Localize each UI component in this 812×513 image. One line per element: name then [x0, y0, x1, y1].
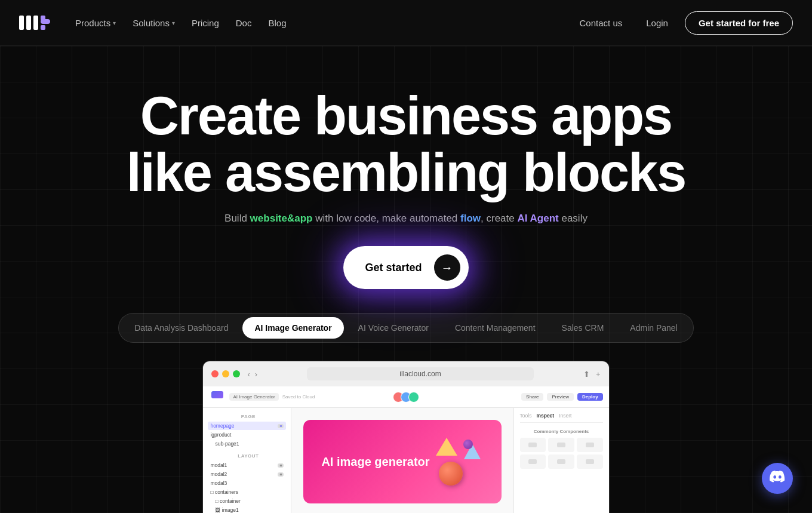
browser-actions: ⬆ +: [583, 370, 601, 379]
sidebar-page-sub1[interactable]: sub-page1: [208, 440, 286, 448]
svg-rect-2: [33, 16, 38, 30]
sidebar-layout-modal2[interactable]: modal2 ≡: [208, 470, 286, 478]
right-tab-insert[interactable]: Insert: [559, 413, 571, 419]
nav-left: Products ▾ Solutions ▾ Pricing Doc Blog: [19, 14, 293, 32]
app-name-pill: AI Image Generator: [229, 393, 278, 401]
sidebar-component-container[interactable]: □ container: [208, 497, 286, 505]
saved-status: Saved to Cloud: [282, 394, 315, 400]
component-box-3: [577, 438, 603, 452]
right-tab-inspect[interactable]: Inspect: [536, 413, 554, 419]
layout-section-label: LAYOUT: [208, 453, 286, 459]
right-panel-tabs: Tools Inspect Insert: [520, 413, 603, 423]
nav-item-blog[interactable]: Blog: [262, 14, 292, 32]
badge-homepage: ≡: [278, 424, 284, 428]
component-box-5: [548, 454, 574, 469]
tab-sales-crm[interactable]: Sales CRM: [550, 317, 616, 339]
sidebar-component-image[interactable]: 🖼 image1: [208, 506, 286, 513]
hero-subtitle: Build website&app with low code, make au…: [224, 213, 588, 225]
forward-icon: ›: [255, 370, 257, 379]
logo[interactable]: [19, 14, 50, 31]
contact-button[interactable]: Contact us: [573, 14, 630, 32]
app-top-bar: AI Image Generator Saved to Cloud Share: [203, 386, 608, 408]
svg-rect-5: [41, 25, 45, 30]
app-top-bar-center: [393, 392, 419, 403]
sidebar-layout-containers[interactable]: □ containers: [208, 488, 286, 496]
avatar-group: [393, 392, 419, 403]
app-right-panel: Tools Inspect Insert Commonly Components: [513, 408, 609, 513]
tab-content-management[interactable]: Content Management: [443, 317, 548, 339]
discord-fab-button[interactable]: [762, 463, 793, 494]
share-button-small[interactable]: Share: [521, 393, 543, 401]
arrow-icon: →: [434, 254, 460, 281]
hero-title: Create business apps like assembling blo…: [127, 88, 685, 201]
app-top-bar-left: AI Image Generator Saved to Cloud: [209, 390, 393, 404]
share-icon: ⬆: [583, 370, 590, 379]
browser-dots: [211, 370, 240, 377]
nav-item-doc[interactable]: Doc: [230, 14, 258, 32]
toolbar-icons: [393, 392, 419, 403]
hero-section: Create business apps like assembling blo…: [0, 46, 812, 513]
browser-url-bar: illacloud.com: [307, 367, 534, 380]
app-body: PAGE homepage ≡ igproduct sub-page1 LAYO…: [203, 408, 608, 513]
sidebar-layout-modal3[interactable]: modal3: [208, 479, 286, 487]
component-box-2: [548, 438, 574, 452]
highlight-ai-agent: AI Agent: [517, 213, 558, 224]
banner-text: AI image generator: [321, 455, 429, 469]
component-box-1: [520, 438, 546, 452]
login-button[interactable]: Login: [639, 14, 675, 32]
dot-minimize: [222, 370, 229, 377]
pyramid-shape: [436, 438, 457, 456]
badge-modal1: ≡: [278, 463, 284, 468]
svg-rect-0: [19, 16, 24, 30]
nav-item-pricing[interactable]: Pricing: [186, 14, 225, 32]
get-started-nav-button[interactable]: Get started for free: [685, 11, 793, 35]
page-section-label: PAGE: [208, 414, 286, 419]
banner-3d-decoration: [430, 435, 484, 489]
get-started-hero-button[interactable]: Get started →: [343, 246, 468, 289]
chevron-down-icon: ▾: [113, 20, 116, 26]
nav-item-products[interactable]: Products ▾: [69, 14, 122, 32]
chevron-down-icon: ▾: [172, 20, 175, 26]
dot-close: [211, 370, 219, 377]
tab-ai-voice-generator[interactable]: AI Voice Generator: [346, 317, 441, 339]
plus-icon: +: [596, 370, 601, 379]
tabs-bar: Data Analysis Dashboard AI Image Generat…: [118, 313, 693, 343]
browser-nav-buttons: ‹ ›: [247, 370, 257, 379]
app-sidebar: PAGE homepage ≡ igproduct sub-page1 LAYO…: [203, 408, 291, 513]
tabs-section: Data Analysis Dashboard AI Image Generat…: [118, 313, 693, 343]
sphere-shape: [439, 462, 463, 486]
highlight-website-app: website&app: [250, 213, 313, 224]
tab-data-analysis[interactable]: Data Analysis Dashboard: [122, 317, 240, 339]
nav-item-solutions[interactable]: Solutions ▾: [127, 14, 181, 32]
app-top-bar-right: Share Preview Deploy: [419, 393, 603, 401]
tab-admin-panel[interactable]: Admin Panel: [618, 317, 689, 339]
right-panel-section-label: Commonly Components: [520, 429, 603, 434]
highlight-flow: flow: [460, 213, 481, 224]
tab-ai-image-generator[interactable]: AI Image Generator: [242, 317, 343, 339]
component-box-6: [577, 454, 603, 469]
browser-bar: ‹ › illacloud.com ⬆ +: [203, 361, 608, 386]
sidebar-page-igproduct[interactable]: igproduct: [208, 431, 286, 439]
deploy-button-small[interactable]: Deploy: [577, 393, 603, 401]
app-logo-box: [211, 391, 223, 398]
discord-icon: [770, 471, 785, 486]
sidebar-layout-modal1[interactable]: modal1 ≡: [208, 461, 286, 469]
app-screenshot-frame: ‹ › illacloud.com ⬆ + AI Image Generator: [202, 361, 609, 513]
app-banner: AI image generator: [303, 420, 501, 503]
svg-rect-4: [41, 16, 45, 20]
component-box-4: [520, 454, 546, 469]
preview-button-small[interactable]: Preview: [547, 393, 573, 401]
nav-right: Contact us Login Get started for free: [573, 11, 793, 35]
dot-maximize: [233, 370, 240, 377]
screenshot-section: ‹ › illacloud.com ⬆ + AI Image Generator: [155, 361, 657, 513]
nav-links: Products ▾ Solutions ▾ Pricing Doc Blog: [69, 14, 293, 32]
app-main-canvas: AI image generator Text to image Image t…: [291, 408, 513, 513]
avatar-3: [408, 392, 419, 403]
cta-wrapper: Get started →: [343, 246, 468, 289]
right-tab-tools[interactable]: Tools: [520, 413, 532, 419]
sidebar-page-homepage[interactable]: homepage ≡: [208, 422, 286, 430]
navbar: Products ▾ Solutions ▾ Pricing Doc Blog …: [0, 0, 812, 46]
small-sphere-shape: [463, 440, 473, 449]
svg-rect-1: [26, 16, 31, 30]
badge-modal2: ≡: [278, 472, 284, 477]
